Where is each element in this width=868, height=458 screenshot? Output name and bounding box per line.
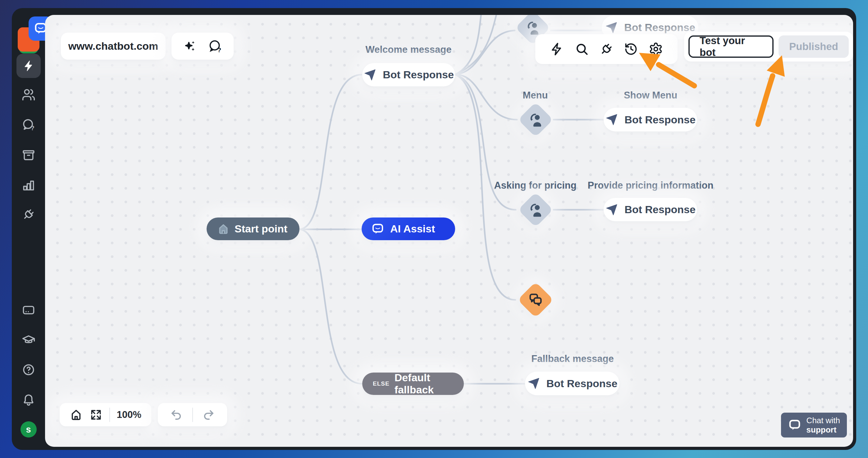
users-icon: [22, 88, 35, 101]
zoom-level: 100%: [117, 409, 141, 420]
sidebar-item-archives[interactable]: [21, 148, 36, 162]
history-icon: [624, 42, 638, 56]
chat-question-icon: ?: [208, 39, 222, 54]
sidebar-item-billing[interactable]: [21, 303, 36, 317]
sidebar-item-notifications[interactable]: [21, 392, 36, 407]
node-start-point[interactable]: Start point: [207, 217, 300, 240]
user-avatar[interactable]: s: [21, 421, 37, 437]
user-input-icon: [527, 111, 544, 128]
node-default-fallback[interactable]: ELSE Default fallback: [362, 372, 464, 395]
support-line2: support: [806, 425, 837, 434]
paper-plane-icon: [605, 21, 618, 34]
redo-button[interactable]: [202, 408, 215, 421]
chat-with-support-button[interactable]: Chat with support: [781, 413, 847, 437]
paper-plane-icon: [364, 68, 376, 82]
home-icon: [70, 408, 83, 421]
toolbar-bolt-button[interactable]: [550, 42, 564, 56]
support-line1: Chat with: [806, 416, 840, 425]
search-icon: [575, 42, 589, 56]
node-caption: Asking for pricing: [494, 180, 576, 191]
node-label: Bot Response: [547, 377, 618, 390]
help-chat-button[interactable]: ?: [208, 39, 222, 54]
card-icon: [22, 303, 35, 317]
published-label: Published: [789, 41, 838, 53]
redo-icon: [202, 408, 215, 421]
toolbar-history-button[interactable]: [624, 42, 638, 56]
flow-canvas[interactable]: Bot Response Welcome message Bot Respons…: [45, 15, 853, 447]
undo-button[interactable]: [170, 408, 183, 421]
canvas-view-controls: 100%: [60, 403, 151, 426]
node-caption: Welcome message: [366, 44, 452, 55]
node-caption: Show Menu: [624, 90, 677, 101]
sidebar-item-integrations[interactable]: [21, 207, 36, 222]
sidebar-item-chats[interactable]: ?: [21, 118, 36, 132]
published-status-button[interactable]: Published: [778, 35, 849, 58]
sidebar-item-reports[interactable]: [21, 178, 36, 193]
desktop-background: ?: [0, 0, 868, 458]
undo-redo-controls: [158, 403, 227, 426]
toolbar-search-button[interactable]: [575, 42, 589, 56]
canvas-toolbar: [535, 34, 678, 64]
node-caption: Menu: [523, 90, 548, 101]
sparkles-button[interactable]: [183, 39, 197, 54]
svg-text:?: ?: [217, 46, 221, 53]
bot-url-field[interactable]: www.chatbot.com: [61, 33, 165, 60]
node-caption: Fallback message: [531, 353, 614, 364]
paper-plane-icon: [605, 203, 618, 216]
node-label: Bot Response: [624, 114, 695, 126]
sidebar-item-help[interactable]: [21, 362, 36, 377]
bar-chart-icon: [22, 178, 35, 192]
support-chat-icon: [788, 418, 802, 432]
user-input-icon: [527, 201, 544, 218]
expand-icon: [90, 408, 102, 421]
publish-bar: Test your bot Published: [684, 32, 853, 62]
test-button-label: Test your bot: [700, 35, 763, 58]
bot-url-text: www.chatbot.com: [68, 40, 158, 52]
home-icon: [217, 223, 229, 235]
paper-plane-icon: [527, 377, 540, 390]
bolt-icon: [550, 42, 564, 56]
plug-icon: [599, 42, 614, 56]
app-window: ?: [12, 8, 856, 450]
chat-question-icon: ?: [22, 118, 35, 132]
chat-bubbles-icon: [527, 291, 544, 309]
sidebar-item-logo[interactable]: [17, 17, 41, 41]
archive-icon: [22, 148, 35, 162]
node-bot-response-menu[interactable]: Bot Response: [603, 108, 697, 131]
node-bot-response-fallback[interactable]: Bot Response: [525, 372, 619, 395]
user-input-icon: [524, 19, 541, 36]
node-label: Bot Response: [624, 22, 695, 34]
plug-icon: [22, 208, 35, 221]
node-label: Bot Response: [383, 69, 454, 81]
paper-plane-icon: [605, 113, 618, 126]
fit-screen-button[interactable]: [90, 408, 102, 421]
help-circle-icon: [22, 363, 35, 376]
home-view-button[interactable]: [70, 408, 83, 421]
node-label: Default fallback: [395, 372, 464, 396]
divider: [110, 408, 110, 422]
sparkles-icon: [183, 39, 197, 54]
node-label: Start point: [235, 223, 287, 235]
toolbar-integrations-button[interactable]: [599, 42, 614, 56]
node-label: AI Assist: [390, 223, 435, 235]
toolbar-settings-button[interactable]: [649, 42, 663, 56]
bolt-icon: [22, 60, 35, 72]
sidebar-item-academy[interactable]: [21, 333, 36, 347]
node-label: Bot Response: [624, 204, 695, 216]
node-bot-response-pricing[interactable]: Bot Response: [603, 198, 697, 221]
svg-text:?: ?: [30, 125, 34, 131]
else-badge: ELSE: [373, 380, 390, 387]
node-ai-assist[interactable]: AI Assist: [362, 217, 455, 240]
avatar-initial: s: [26, 424, 31, 435]
gear-icon: [649, 42, 663, 56]
sidebar-item-automation[interactable]: [17, 54, 41, 78]
divider: [192, 408, 193, 422]
node-caption: Provide pricing information: [588, 180, 714, 191]
bell-icon: [22, 393, 35, 407]
graduation-cap-icon: [22, 333, 35, 347]
sidebar-item-users[interactable]: [21, 87, 36, 102]
test-your-bot-button[interactable]: Test your bot: [688, 35, 774, 58]
ai-assist-icon: [371, 222, 384, 236]
node-bot-response-welcome[interactable]: Bot Response: [362, 63, 455, 86]
ai-tools-bar: ?: [172, 33, 234, 60]
